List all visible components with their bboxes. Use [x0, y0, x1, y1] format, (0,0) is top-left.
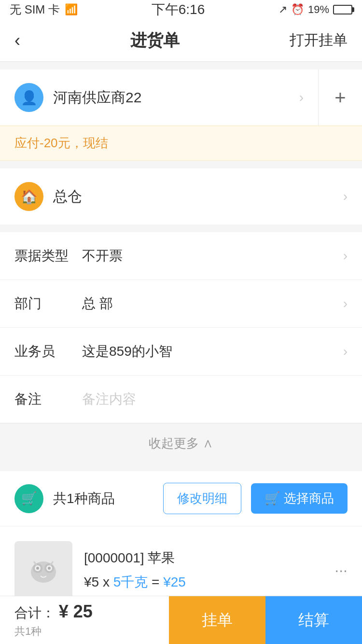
- svg-point-5: [36, 567, 39, 570]
- status-right: ↗ ⏰ 19%: [278, 3, 352, 16]
- dept-chevron-icon: ›: [343, 296, 348, 311]
- supplier-selector[interactable]: 👤 河南供应商22 ›: [0, 70, 319, 126]
- product-thumb-owl-icon: [24, 551, 63, 589]
- sales-row[interactable]: 业务员 这是859的小智 ›: [0, 328, 362, 376]
- invoice-row[interactable]: 票据类型 不开票 ›: [0, 232, 362, 280]
- line-total: ¥25: [163, 574, 186, 589]
- open-hold-button[interactable]: 打开挂单: [290, 30, 348, 50]
- sales-chevron-icon: ›: [343, 344, 348, 359]
- wifi-icon: 📶: [65, 3, 78, 16]
- supplier-avatar: 👤: [14, 83, 43, 112]
- avatar-icon: 👤: [21, 90, 38, 106]
- edit-detail-button[interactable]: 修改明细: [163, 483, 241, 514]
- supplier-chevron-icon: ›: [299, 90, 304, 105]
- supplier-section: 👤 河南供应商22 › +: [0, 70, 362, 126]
- product-more-button[interactable]: ···: [334, 561, 348, 579]
- product-name: [0000001] 苹果: [84, 549, 323, 567]
- remark-input[interactable]: 备注内容: [82, 390, 348, 408]
- warehouse-name: 总仓: [53, 187, 343, 207]
- equals-sign: =: [152, 574, 163, 589]
- hold-button[interactable]: 挂单: [169, 596, 265, 644]
- warehouse-row[interactable]: 🏠 总仓 ›: [0, 168, 362, 224]
- warehouse-chevron-icon: ›: [343, 189, 348, 204]
- collapse-button[interactable]: 收起更多 ∧: [0, 423, 362, 463]
- page-title: 进货单: [130, 29, 180, 52]
- checkout-button[interactable]: 结算: [265, 596, 362, 644]
- qty-text: 5千克: [113, 574, 148, 589]
- nav-bar: ‹ 进货单 打开挂单: [0, 19, 362, 62]
- status-left: 无 SIM 卡 📶: [10, 2, 78, 17]
- alarm-icon: ⏰: [291, 3, 304, 16]
- battery-icon: [333, 5, 352, 14]
- product-thumbnail: [14, 541, 72, 599]
- warehouse-icon: 🏠: [14, 182, 43, 211]
- total-main: 合计： ¥ 25: [14, 602, 154, 622]
- product-price-row: ¥5 x 5千克 = ¥25: [84, 573, 323, 591]
- total-sub: 共1种: [14, 624, 154, 639]
- product-code: [0000001]: [84, 550, 148, 565]
- battery-text: 19%: [308, 3, 329, 16]
- supplier-name: 河南供应商22: [53, 88, 299, 108]
- location-icon: ↗: [278, 3, 287, 16]
- select-product-label: 选择商品: [284, 490, 334, 507]
- collapse-label: 收起更多 ∧: [149, 436, 213, 450]
- sales-value: 这是859的小智: [82, 342, 343, 361]
- sales-label: 业务员: [14, 342, 82, 361]
- product-title: 苹果: [148, 550, 175, 565]
- warehouse-section: 🏠 总仓 ›: [0, 168, 362, 224]
- dept-value: 总 部: [82, 294, 343, 313]
- unit-price: ¥5 x: [84, 574, 113, 589]
- status-bar: 无 SIM 卡 📶 下午6:16 ↗ ⏰ 19%: [0, 0, 362, 19]
- svg-point-6: [48, 567, 51, 570]
- status-time: 下午6:16: [152, 0, 205, 19]
- invoice-chevron-icon: ›: [343, 248, 348, 264]
- product-bag-icon: 🛒: [14, 484, 43, 513]
- dept-label: 部门: [14, 294, 82, 313]
- product-header: 🛒 共1种商品 修改明细 🛒 选择商品: [0, 471, 362, 526]
- remark-row[interactable]: 备注 备注内容: [0, 376, 362, 423]
- invoice-label: 票据类型: [14, 247, 82, 265]
- bottom-bar: 合计： ¥ 25 共1种 挂单 结算: [0, 596, 362, 644]
- cart-icon: 🛒: [265, 491, 280, 506]
- carrier-text: 无 SIM 卡: [10, 2, 60, 17]
- form-section: 票据类型 不开票 › 部门 总 部 › 业务员 这是859的小智 › 备注 备注…: [0, 232, 362, 423]
- product-count: 共1种商品: [53, 490, 153, 508]
- select-product-button[interactable]: 🛒 选择商品: [251, 483, 348, 514]
- total-area: 合计： ¥ 25 共1种: [0, 602, 169, 639]
- invoice-value: 不开票: [82, 247, 343, 265]
- add-supplier-button[interactable]: +: [319, 70, 362, 126]
- notice-text: 应付-20元，现结: [14, 136, 108, 150]
- total-amount: ¥ 25: [59, 602, 93, 621]
- total-label: 合计：: [14, 605, 55, 620]
- notice-bar: 应付-20元，现结: [0, 126, 362, 161]
- dept-row[interactable]: 部门 总 部 ›: [0, 280, 362, 328]
- remark-label: 备注: [14, 390, 82, 408]
- back-button[interactable]: ‹: [14, 30, 20, 51]
- product-info: [0000001] 苹果 ¥5 x 5千克 = ¥25: [84, 549, 323, 591]
